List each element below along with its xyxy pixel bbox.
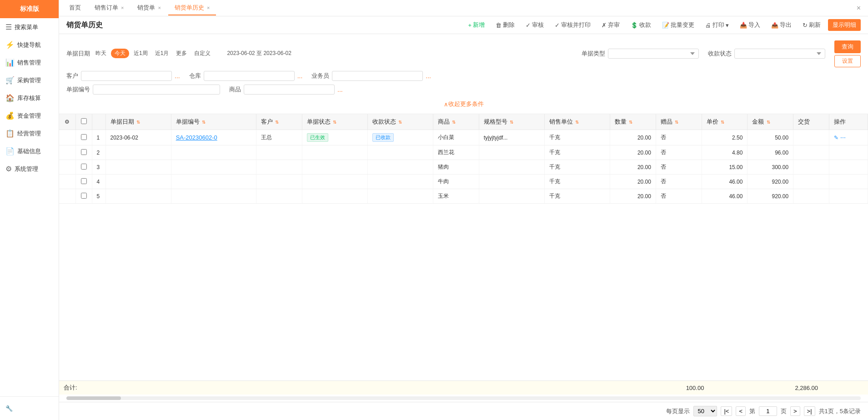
gear-col-header[interactable]: ⚙ bbox=[59, 114, 75, 130]
sidebar-item-capital-mgmt[interactable]: 💰 资金管理 bbox=[0, 107, 59, 125]
date-tab-today[interactable]: 今天 bbox=[111, 49, 129, 58]
new-button[interactable]: + 新增 bbox=[464, 19, 488, 31]
sidebar-item-search-menu[interactable]: ☰ 搜索菜单 bbox=[0, 18, 59, 36]
scrollbar-thumb[interactable] bbox=[66, 396, 121, 400]
sidebar-item-purchase-mgmt[interactable]: 🛒 采购管理 bbox=[0, 71, 59, 89]
qty-sort[interactable]: ⇅ bbox=[629, 120, 632, 125]
spec-sort[interactable]: ⇅ bbox=[510, 120, 513, 125]
unit-col-header[interactable]: 销售单位 ⇅ bbox=[544, 114, 610, 130]
row-checkbox-cell[interactable] bbox=[75, 175, 92, 189]
goods-input[interactable] bbox=[244, 85, 335, 95]
date-tab-more[interactable]: 更多 bbox=[173, 49, 190, 58]
row-checkbox-cell[interactable] bbox=[75, 145, 92, 160]
query-button[interactable]: 查询 bbox=[834, 40, 861, 53]
review-button[interactable]: ✓ 审核 bbox=[522, 19, 547, 31]
doc-no-link[interactable]: SA-20230602-0 bbox=[176, 134, 217, 141]
collapse-button[interactable]: ∧ 收起更多条件 bbox=[442, 98, 486, 110]
date-tab-last1m[interactable]: 近1月 bbox=[152, 49, 172, 58]
collect-status-col-header[interactable]: 收款状态 ⇅ bbox=[367, 114, 433, 130]
tab-sales-history-close[interactable]: × bbox=[207, 5, 210, 10]
display-detail-button[interactable]: 显示明细 bbox=[828, 19, 861, 31]
goods-col-header[interactable]: 商品 ⇅ bbox=[433, 114, 479, 130]
sidebar-item-quick-nav[interactable]: ⚡ 快捷导航 bbox=[0, 36, 59, 54]
sidebar-item-sys-mgmt[interactable]: ⚙ 系统管理 bbox=[0, 160, 59, 178]
unit-sort[interactable]: ⇅ bbox=[575, 120, 579, 125]
first-page-btn[interactable]: |< bbox=[721, 406, 732, 416]
gift-sort[interactable]: ⇅ bbox=[675, 120, 678, 125]
doc-no-input[interactable] bbox=[93, 85, 220, 95]
review-print-button[interactable]: ✓ 审核并打印 bbox=[551, 19, 594, 31]
customer-input[interactable] bbox=[81, 71, 172, 81]
unit-price-sort[interactable]: ⇅ bbox=[721, 120, 724, 125]
window-close-btn[interactable]: × bbox=[853, 4, 864, 12]
next-page-btn[interactable]: > bbox=[790, 406, 800, 416]
doc-type-select[interactable] bbox=[608, 49, 699, 59]
per-page-select[interactable]: 50 100 200 bbox=[693, 406, 717, 416]
row-doc-no-cell[interactable]: SA-20230602-0 bbox=[171, 130, 256, 145]
sidebar-item-sales-mgmt[interactable]: 📊 销售管理 bbox=[0, 54, 59, 71]
collect-status-sort[interactable]: ⇅ bbox=[398, 120, 402, 125]
row-checkbox[interactable] bbox=[81, 134, 87, 140]
doc-date-sort[interactable]: ⇅ bbox=[136, 120, 140, 125]
row-checkbox-cell[interactable] bbox=[75, 130, 92, 145]
customer-more[interactable]: ... bbox=[175, 72, 180, 80]
refresh-button[interactable]: ↻ 刷新 bbox=[799, 19, 824, 31]
abandon-button[interactable]: ✗ 弃审 bbox=[598, 19, 623, 31]
row-checkbox-cell[interactable] bbox=[75, 160, 92, 175]
warehouse-input[interactable] bbox=[204, 71, 295, 81]
sidebar-item-basic-info[interactable]: 📄 基础信息 bbox=[0, 142, 59, 160]
amount-sort[interactable]: ⇅ bbox=[767, 120, 770, 125]
delete-button[interactable]: 🗑 删除 bbox=[492, 19, 518, 31]
row-checkbox[interactable] bbox=[81, 164, 87, 170]
customer-col-header[interactable]: 客户 ⇅ bbox=[256, 114, 302, 130]
warehouse-more[interactable]: ... bbox=[297, 72, 303, 80]
row-checkbox[interactable] bbox=[81, 193, 87, 199]
goods-sort[interactable]: ⇅ bbox=[452, 120, 456, 125]
row-doc-no-cell[interactable] bbox=[171, 175, 256, 189]
tab-sales-delivery[interactable]: 销货单 × bbox=[131, 1, 167, 15]
tab-home[interactable]: 首页 bbox=[63, 1, 87, 15]
tab-sales-history[interactable]: 销货单历史 × bbox=[168, 1, 216, 15]
tab-sales-delivery-close[interactable]: × bbox=[158, 5, 161, 10]
doc-status-sort[interactable]: ⇅ bbox=[333, 120, 336, 125]
spec-col-header[interactable]: 规格型号 ⇅ bbox=[479, 114, 544, 130]
row-doc-no-cell[interactable] bbox=[171, 160, 256, 175]
amount-col-header[interactable]: 金额 ⇅ bbox=[748, 114, 793, 130]
row-doc-no-cell[interactable] bbox=[171, 189, 256, 204]
checkbox-col-header[interactable] bbox=[75, 114, 92, 130]
gift-col-header[interactable]: 赠品 ⇅ bbox=[656, 114, 702, 130]
sidebar-bottom-left[interactable]: 🔧 bbox=[0, 400, 59, 416]
last-page-btn[interactable]: >| bbox=[804, 406, 815, 416]
date-tab-last7[interactable]: 近1周 bbox=[131, 49, 151, 58]
tab-sales-order[interactable]: 销售订单 × bbox=[88, 1, 130, 15]
doc-no-sort[interactable]: ⇅ bbox=[202, 120, 206, 125]
row-checkbox[interactable] bbox=[81, 149, 87, 155]
staff-more[interactable]: ... bbox=[426, 72, 431, 80]
collect-button[interactable]: 💲 收款 bbox=[627, 19, 655, 31]
edit-btn[interactable]: ✎ bbox=[834, 135, 838, 141]
sidebar-item-biz-mgmt[interactable]: 📋 经营管理 bbox=[0, 125, 59, 142]
unit-price-col-header[interactable]: 单价 ⇅ bbox=[702, 114, 748, 130]
date-tab-yesterday[interactable]: 昨天 bbox=[93, 49, 109, 58]
print-button[interactable]: 🖨 打印 ▾ bbox=[702, 19, 733, 31]
date-tab-custom[interactable]: 自定义 bbox=[191, 49, 213, 58]
export-button[interactable]: 📤 导出 bbox=[768, 19, 795, 31]
sidebar-item-inventory[interactable]: 🏠 库存核算 bbox=[0, 89, 59, 107]
more-btn[interactable]: ⋯ bbox=[840, 135, 846, 141]
import-button[interactable]: 📥 导入 bbox=[736, 19, 764, 31]
page-number-input[interactable] bbox=[759, 406, 777, 416]
setting-button[interactable]: 设置 bbox=[834, 55, 861, 67]
doc-date-col-header[interactable]: 单据日期 ⇅ bbox=[105, 114, 171, 130]
row-checkbox[interactable] bbox=[81, 178, 87, 184]
qty-col-header[interactable]: 数量 ⇅ bbox=[610, 114, 656, 130]
row-checkbox-cell[interactable] bbox=[75, 189, 92, 204]
staff-input[interactable] bbox=[332, 71, 423, 81]
doc-status-col-header[interactable]: 单据状态 ⇅ bbox=[302, 114, 367, 130]
select-all-checkbox[interactable] bbox=[81, 118, 87, 124]
batch-change-button[interactable]: 📝 批量变更 bbox=[658, 19, 698, 31]
horizontal-scrollbar[interactable] bbox=[66, 396, 861, 400]
row-doc-no-cell[interactable] bbox=[171, 145, 256, 160]
collect-status-select[interactable] bbox=[734, 49, 825, 59]
tab-sales-order-close[interactable]: × bbox=[121, 5, 124, 10]
customer-sort[interactable]: ⇅ bbox=[275, 120, 279, 125]
